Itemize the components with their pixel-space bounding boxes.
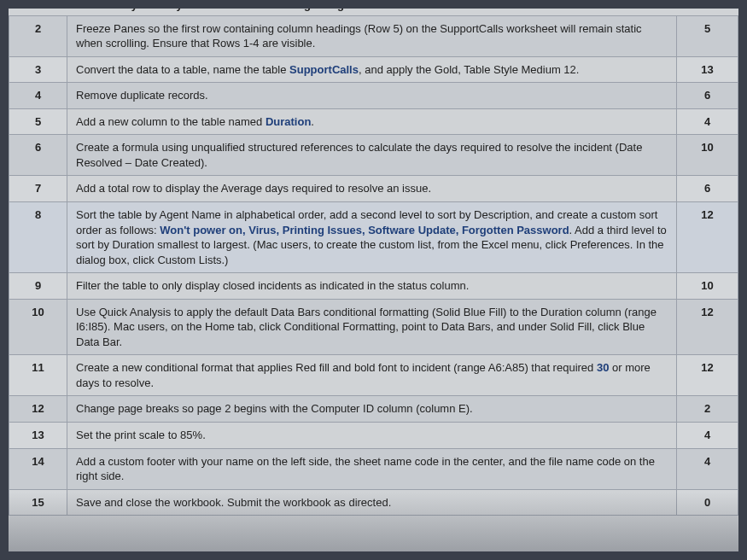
term-sort-list: Won't power on, Virus, Printing Issues, … [160,224,569,236]
step-number: 15 [9,489,67,516]
step-points: 10 [677,273,738,300]
step-points: 6 [677,83,738,109]
step-number: 14 [9,448,67,489]
step-number: 7 [9,176,67,202]
table-row: 11 Create a new conditional format that … [9,355,738,396]
step-number: 10 [9,299,67,355]
step-desc: Change page breaks so page 2 begins with… [67,396,677,423]
instructions-table: 2 Freeze Panes so the first row containi… [9,15,738,516]
step-number: 2 [9,15,67,56]
step-desc: Sort the table by Agent Name in alphabet… [67,201,677,272]
table-row: 6 Create a formula using unqualified str… [9,135,738,176]
step-desc: Remove duplicate records. [67,83,677,109]
table-row: 4 Remove duplicate records. 6 [9,83,738,109]
table-row: 2 Freeze Panes so the first row containi… [9,15,738,56]
term-duration: Duration [266,115,311,128]
table-row: 8 Sort the table by Agent Name in alphab… [9,201,738,272]
instructions-page: automatically added your last name to th… [9,9,738,551]
step-number: 12 [9,396,67,423]
step-desc: Filter the table to only display closed … [67,273,677,300]
table-row: 10 Use Quick Analysis to apply the defau… [9,299,738,355]
table-row: 7 Add a total row to display the Average… [9,176,738,202]
step-points: 0 [677,489,738,516]
step-number: 8 [9,201,67,272]
step-points: 5 [677,15,738,56]
step-desc: Freeze Panes so the first row containing… [67,15,677,56]
step-points: 13 [677,56,738,83]
term-thirty: 30 [597,361,609,374]
table-row: 12 Change page breaks so page 2 begins w… [9,396,738,423]
table-row: 13 Set the print scale to 85%. 4 [9,422,738,448]
table-row: 14 Add a custom footer with your name on… [9,448,738,489]
step-number: 11 [9,355,67,396]
step-desc: Create a formula using unqualified struc… [67,135,677,176]
step-desc: Convert the data to a table, name the ta… [67,56,677,83]
cutoff-line: automatically added your last name to th… [9,9,738,15]
step-desc: Add a new column to the table named Dura… [67,108,677,135]
table-row: 5 Add a new column to the table named Du… [9,108,738,135]
step-desc: Add a custom footer with your name on th… [67,448,677,489]
step-points: 2 [677,396,738,423]
term-supportcalls: SupportCalls [289,63,359,76]
step-number: 5 [9,108,67,135]
step-points: 12 [677,201,738,272]
step-number: 3 [9,56,67,83]
step-points: 12 [677,355,738,396]
step-desc: Set the print scale to 85%. [67,422,677,448]
step-number: 9 [9,273,67,300]
step-desc: Save and close the workbook. Submit the … [67,489,677,516]
step-desc: Add a total row to display the Average d… [67,176,677,202]
table-row: 3 Convert the data to a table, name the … [9,56,738,83]
step-points: 4 [677,108,738,135]
step-desc: Create a new conditional format that app… [67,355,677,396]
step-number: 13 [9,422,67,448]
step-points: 10 [677,135,738,176]
step-points: 4 [677,448,738,489]
table-row: 9 Filter the table to only display close… [9,273,738,300]
step-desc: Use Quick Analysis to apply the default … [67,299,677,355]
step-number: 6 [9,135,67,176]
step-points: 12 [677,299,738,355]
step-number: 4 [9,83,67,109]
step-points: 4 [677,422,738,448]
step-points: 6 [677,176,738,202]
table-row: 15 Save and close the workbook. Submit t… [9,489,738,516]
